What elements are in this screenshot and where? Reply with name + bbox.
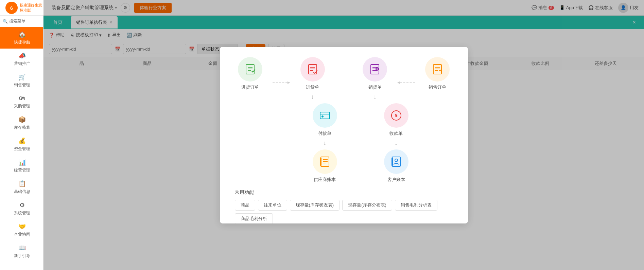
func-btn-product-gross[interactable]: 商品毛利分析 [235, 213, 273, 223]
search-icon: 🔍 [3, 19, 8, 24]
enterprise-icon: 🤝 [18, 223, 26, 230]
common-functions: 常用功能 商品 往来单位 现存量(库存状况表) 现存量(库存分布表) 销售毛利分… [228, 186, 460, 223]
sidebar-item-purchase[interactable]: 🛍 采购管理 [0, 91, 43, 112]
sidebar-item-label: 基础信息 [14, 189, 30, 195]
node-label-supplier-ledger: 供应商账本 [314, 177, 336, 183]
sales-order-icon [431, 62, 444, 76]
sidebar-item-label: 采购管理 [14, 103, 30, 109]
finance-icon: 💰 [18, 137, 26, 145]
sidebar-item-basic-info[interactable]: 📋 基础信息 [0, 177, 43, 198]
arrow-down-2: ↓ [373, 94, 377, 100]
sidebar-item-enterprise[interactable]: 🤝 企业协同 [0, 219, 43, 241]
func-btn-stock-dist[interactable]: 现存量(库存分布表) [342, 200, 392, 211]
svg-point-23 [321, 115, 324, 118]
payment-icon [318, 109, 332, 122]
purchase-bill-icon [306, 62, 319, 76]
arrow-down-3: ↓ [323, 140, 326, 146]
sidebar-item-finance[interactable]: 💰 资金管理 [0, 134, 43, 155]
flow-node-receipt[interactable]: ¥ 收款单 [371, 100, 422, 140]
supplier-ledger-icon [318, 155, 332, 168]
sidebar-item-label: 快捷导航 [14, 39, 30, 45]
svg-point-33 [395, 159, 398, 162]
arrow-down-1: ↓ [311, 94, 314, 100]
svg-text:≡: ≡ [377, 68, 378, 71]
customer-ledger-icon [389, 155, 403, 168]
sidebar-item-label: 经营管理 [14, 167, 30, 173]
svg-text:6: 6 [10, 5, 13, 11]
inventory-icon: 📦 [18, 116, 26, 123]
search-menu[interactable]: 🔍 搜索菜单 [0, 16, 43, 27]
node-label-sales-order: 销售订单 [429, 84, 446, 90]
flow-node-payment[interactable]: 付款单 [299, 100, 350, 140]
svg-marker-6 [251, 69, 256, 73]
sidebar-item-quick-nav[interactable]: 🏠 快捷导航 [0, 27, 43, 49]
func-buttons-row1: 商品 往来单位 现存量(库存状况表) 现存量(库存分布表) 销售毛利分析表 商品… [235, 200, 453, 223]
func-btn-sales-gross[interactable]: 销售毛利分析表 [395, 200, 437, 211]
app-logo: 6 [5, 2, 18, 14]
node-label-purchase-order: 进货订单 [241, 84, 259, 90]
flow-node-supplier-ledger[interactable]: 供应商账本 [299, 146, 350, 186]
sidebar-item-guide[interactable]: 📖 新手引导 [0, 241, 43, 262]
sidebar-item-inventory[interactable]: 📦 库存核算 [0, 112, 43, 134]
sidebar-item-label: 系统管理 [14, 210, 30, 216]
sidebar-item-label: 营销推广 [14, 61, 30, 67]
node-label-payment: 付款单 [318, 130, 331, 137]
flow-node-purchase-bill[interactable]: 进货单 [290, 54, 335, 94]
svg-rect-27 [320, 158, 321, 166]
sales-icon: 🛒 [18, 73, 26, 81]
sidebar-item-operations[interactable]: 📊 经营管理 [0, 155, 43, 177]
sidebar-item-label: 新手引导 [14, 253, 30, 259]
basic-info-icon: 📋 [18, 180, 26, 187]
node-label-receipt: 收款单 [389, 130, 403, 137]
home-icon: 🏠 [18, 31, 26, 38]
flow-node-purchase-order[interactable]: 进货订单 [228, 54, 273, 94]
guide-icon: 📖 [18, 244, 26, 252]
operations-icon: 📊 [18, 159, 26, 166]
svg-text:¥: ¥ [395, 113, 398, 118]
common-functions-title: 常用功能 [235, 190, 453, 196]
sidebar-item-label: 资金管理 [14, 146, 30, 152]
sidebar-item-sales[interactable]: 🛒 销售管理 [0, 70, 43, 91]
func-btn-product[interactable]: 商品 [235, 200, 255, 211]
func-btn-stock-status[interactable]: 现存量(库存状况表) [290, 200, 340, 211]
search-label: 搜索菜单 [9, 18, 25, 24]
flow-node-sales-bill[interactable]: ≡ 销货单 [352, 54, 397, 94]
node-label-purchase-bill: 进货单 [306, 84, 319, 90]
sidebar-item-marketing[interactable]: 📣 营销推广 [0, 49, 43, 70]
logo-text: 畅康通好生意 标准版 [20, 3, 42, 13]
node-label-sales-bill: 销货单 [368, 84, 382, 90]
func-btn-partner[interactable]: 往来单位 [258, 200, 287, 211]
svg-rect-21 [320, 112, 330, 119]
flow-node-customer-ledger[interactable]: 客户账本 [371, 146, 422, 186]
flow-modal: 进货订单 ▶ [220, 47, 468, 223]
modal-overlay[interactable]: 进货订单 ▶ [43, 0, 644, 270]
node-label-customer-ledger: 客户账本 [387, 177, 405, 183]
sidebar-item-system[interactable]: ⚙ 系统管理 [0, 198, 43, 219]
purchase-order-icon [243, 62, 257, 76]
flow-diagram: 进货订单 ▶ [228, 54, 460, 186]
system-icon: ⚙ [19, 201, 25, 209]
receipt-icon: ¥ [389, 109, 403, 122]
marketing-icon: 📣 [18, 52, 26, 59]
svg-rect-32 [391, 158, 393, 166]
arrow-down-4: ↓ [395, 140, 398, 146]
purchase-icon: 🛍 [19, 95, 25, 102]
sidebar-item-label: 企业协同 [14, 232, 30, 237]
sidebar-item-label: 库存核算 [14, 125, 30, 130]
sidebar-item-label: 销售管理 [14, 82, 30, 88]
flow-node-sales-order[interactable]: 销售订单 [415, 54, 460, 94]
sales-bill-icon: ≡ [368, 62, 382, 76]
